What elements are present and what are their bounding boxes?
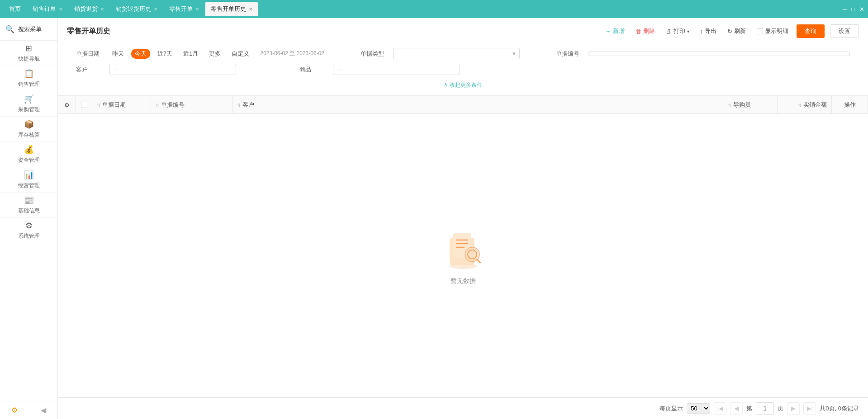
operations-icon: 📊 <box>24 170 34 180</box>
page-first-btn[interactable]: |◀ <box>714 402 726 415</box>
export-icon: ↑ <box>700 28 703 35</box>
main-layout: 🔍 搜索采单 ⊞ 快捷导航 📋 销售管理 🛒 采购管理 📦 库存核算 💰 <box>0 18 868 419</box>
date-filter-label: 单据日期 <box>76 50 100 58</box>
date-opt-yesterday[interactable]: 昨天 <box>109 49 128 59</box>
window-close[interactable]: ✕ <box>859 6 864 13</box>
th-settings[interactable]: ⚙ <box>58 96 76 113</box>
tab-retail-open[interactable]: 零售开单 ✕ <box>164 2 204 16</box>
page-label-suffix: 页 <box>778 405 783 413</box>
show-detail-checkbox[interactable] <box>757 28 763 34</box>
toolbar-actions: ＋ 新增 🗑 删除 🖨 打印 ▾ ↑ 导出 <box>602 24 859 38</box>
sidebar-settings-btn[interactable]: ⚙ <box>11 406 18 414</box>
setting-button[interactable]: 设置 <box>830 24 859 38</box>
sidebar-item-system[interactable]: ⚙ 系统管理 <box>0 218 57 243</box>
date-opt-today[interactable]: 今天 <box>131 49 150 59</box>
sidebar-bottom: ⚙ ◀ <box>0 401 57 419</box>
sidebar: 🔍 搜索采单 ⊞ 快捷导航 📋 销售管理 🛒 采购管理 📦 库存核算 💰 <box>0 18 58 419</box>
order-type-select[interactable]: ▾ <box>393 48 520 59</box>
finance-icon: 💰 <box>24 145 34 155</box>
date-options: 昨天 今天 近7天 近1月 更多 自定义 2023-06-02 至 2023-0… <box>109 49 324 59</box>
th-client[interactable]: ⇅ 客户 <box>232 96 723 113</box>
product-input[interactable]: ··· <box>333 64 460 75</box>
sidebar-collapse-btn[interactable]: ◀ <box>41 406 46 414</box>
date-opt-custom[interactable]: 自定义 <box>228 49 253 59</box>
refresh-button[interactable]: ↻ 刷新 <box>725 25 749 37</box>
sidebar-item-sales-mgmt[interactable]: 📋 销售管理 <box>0 66 57 91</box>
window-minimize[interactable]: ─ <box>843 6 847 13</box>
close-tab-sales-return-history[interactable]: ✕ <box>154 7 157 12</box>
page-prev-btn[interactable]: ◀ <box>730 402 743 415</box>
pagination: 每页显示 50 100 200 |◀ ◀ 第 页 ▶ ▶| 共0页, 0条记录 <box>58 397 868 419</box>
empty-state: 暂无数据 <box>58 114 868 397</box>
date-opt-more[interactable]: 更多 <box>205 49 224 59</box>
sidebar-search[interactable]: 🔍 搜索采单 <box>0 18 57 41</box>
close-tab-sales-return[interactable]: ✕ <box>100 7 104 12</box>
tab-retail-open-history[interactable]: 零售开单历史 ✕ <box>205 2 258 16</box>
total-info: 共0页, 0条记录 <box>820 405 859 413</box>
operations-label: 经营管理 <box>18 182 40 189</box>
th-amount[interactable]: ⇅ 实销金额 <box>778 96 832 113</box>
select-all-checkbox[interactable] <box>81 102 87 108</box>
basic-info-icon: 📰 <box>24 195 34 205</box>
per-page-label: 每页显示 <box>659 405 683 413</box>
order-type-label: 单据类型 <box>360 50 384 58</box>
inventory-icon: 📦 <box>24 119 34 129</box>
tab-sales-return-history[interactable]: 销货退货历史 ✕ <box>110 2 163 16</box>
show-detail-toggle[interactable]: 显示明细 <box>754 25 791 37</box>
window-maximize[interactable]: □ <box>851 6 855 13</box>
page-last-btn[interactable]: ▶| <box>803 402 816 415</box>
tab-sales-return[interactable]: 销货退货 ✕ <box>69 2 109 16</box>
th-op: 操作 <box>832 96 868 113</box>
sort-client-icon: ⇅ <box>237 103 241 108</box>
quick-nav-label: 快捷导航 <box>18 55 40 63</box>
print-button[interactable]: 🖨 打印 ▾ <box>663 25 692 37</box>
date-opt-7days[interactable]: 近7天 <box>154 49 176 59</box>
close-tab-retail-open[interactable]: ✕ <box>195 7 199 12</box>
table-header: ⚙ ⇅ 单据日期 ⇅ 单据编号 ⇅ 客户 ⇅ <box>58 96 868 114</box>
table-container: ⚙ ⇅ 单据日期 ⇅ 单据编号 ⇅ 客户 ⇅ <box>58 96 868 419</box>
purchase-mgmt-label: 采购管理 <box>18 106 40 113</box>
query-button[interactable]: 查询 <box>797 24 825 38</box>
refresh-icon: ↻ <box>727 28 732 35</box>
sidebar-item-purchase-mgmt[interactable]: 🛒 采购管理 <box>0 91 57 117</box>
tab-sales-order[interactable]: 销售订单 ✕ <box>27 2 68 16</box>
customer-filter-label: 客户 <box>76 66 88 74</box>
order-no-input[interactable] <box>588 52 850 56</box>
page-number-input[interactable] <box>756 402 774 415</box>
sidebar-item-basic-info[interactable]: 📰 基础信息 <box>0 193 57 218</box>
add-icon: ＋ <box>605 27 611 35</box>
add-button[interactable]: ＋ 新增 <box>602 25 627 37</box>
product-filter-label: 商品 <box>299 66 311 74</box>
order-no-label: 单据编号 <box>556 50 579 58</box>
sidebar-item-inventory[interactable]: 📦 库存核算 <box>0 117 57 142</box>
sidebar-item-quick-nav[interactable]: ⊞ 快捷导航 <box>0 41 57 66</box>
empty-icon <box>441 226 486 272</box>
sort-guide-icon: ⇅ <box>728 103 731 108</box>
th-no[interactable]: ⇅ 单据编号 <box>151 96 232 113</box>
th-guide[interactable]: ⇅ 导购员 <box>723 96 778 113</box>
sidebar-item-operations[interactable]: 📊 经营管理 <box>0 167 57 193</box>
page-next-btn[interactable]: ▶ <box>787 402 800 415</box>
date-opt-1month[interactable]: 近1月 <box>180 49 202 59</box>
filter-area: 单据日期 昨天 今天 近7天 近1月 更多 自定义 2023-06-02 至 2… <box>67 43 859 95</box>
print-dropdown-icon: ▾ <box>687 29 689 34</box>
filter-row-1: 单据日期 昨天 今天 近7天 近1月 更多 自定义 2023-06-02 至 2… <box>76 48 850 59</box>
collapse-filters-btn[interactable]: ∧ 收起更多条件 <box>76 80 850 91</box>
sort-no-icon: ⇅ <box>156 103 159 108</box>
th-check[interactable] <box>76 96 92 113</box>
close-tab-retail-open-history[interactable]: ✕ <box>249 7 252 12</box>
date-range-display: 2023-06-02 至 2023-06-02 <box>260 50 324 57</box>
delete-button[interactable]: 🗑 删除 <box>633 25 658 37</box>
tab-home[interactable]: + 新增 首页 <box>4 2 26 16</box>
close-tab-sales-order[interactable]: ✕ <box>59 7 62 12</box>
per-page-select[interactable]: 50 100 200 <box>687 403 710 414</box>
collapse-icon: ∧ <box>444 81 448 89</box>
sidebar-item-finance[interactable]: 💰 资金管理 <box>0 142 57 167</box>
th-date[interactable]: ⇅ 单据日期 <box>92 96 151 113</box>
filter-row-2: 客户 ··· 商品 ··· <box>76 64 850 75</box>
top-bar: + 新增 首页 销售订单 ✕ 销货退货 ✕ 销货退货历史 ✕ 零售开单 ✕ 零售… <box>0 0 868 18</box>
customer-input[interactable]: ··· <box>109 64 236 75</box>
export-button[interactable]: ↑ 导出 <box>697 25 720 37</box>
sales-mgmt-icon: 📋 <box>24 69 34 79</box>
inventory-label: 库存核算 <box>18 131 40 139</box>
